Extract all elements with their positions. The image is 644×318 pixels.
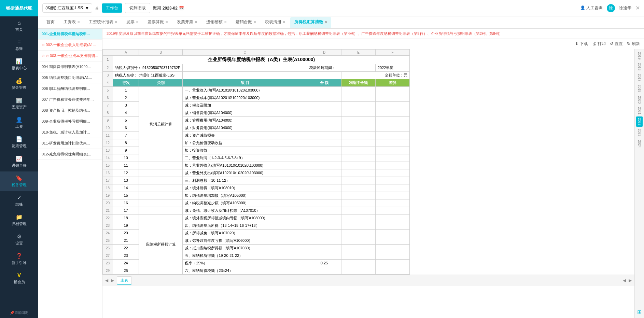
left-panel-item-007[interactable]: 007-广告费和业务宣传费跨年... [38, 94, 102, 105]
category-profit: 利润总额计算 [139, 86, 183, 162]
pin-icon: 📌 [10, 311, 14, 315]
member-icon: V [17, 272, 21, 278]
warning-text: 2019年度涉及取以前年度延续数据的申报表单元格需要手工维护正确，才能保证本年及… [107, 31, 503, 36]
tab-salary-close[interactable]: ✕ [77, 20, 80, 24]
left-panel-item-009[interactable]: 009-企业所得税补亏损明细... [38, 116, 102, 127]
tab-salary-report-close[interactable]: ✕ [115, 20, 117, 24]
year-2019[interactable]: 2019 [636, 51, 643, 61]
left-panel-item-004[interactable]: 004-期间费用明细表(A1040... [38, 61, 102, 72]
user-service[interactable]: 👤 人工咨询 [580, 5, 603, 11]
sheet-tab-main[interactable]: 主表 [117, 276, 132, 285]
tab-invoice-open[interactable]: 发票开票 ✕ [173, 17, 201, 28]
category-taxable: 应纳税所得额计算 [139, 214, 183, 274]
table-row: 17 13 三、利润总额（10-11-12） [103, 177, 410, 184]
refresh-button[interactable]: ↻ 刷新 [627, 41, 640, 47]
switch-old-button[interactable]: 切到旧版 [125, 3, 150, 13]
sidebar-item-archive[interactable]: 📁 归档管理 [0, 210, 38, 230]
left-panel-item-011[interactable]: 011-研发费用加计扣除优惠... [38, 138, 102, 149]
invoice-icon: 📄 [16, 136, 23, 142]
year-2024[interactable]: 2024 [636, 139, 643, 149]
sidebar-item-setting[interactable]: ⚙ 设置 [0, 230, 38, 249]
sidebar-item-invoice[interactable]: 📄 发票管理 [0, 133, 38, 152]
year-2022[interactable]: 2022 [636, 116, 643, 127]
sidebar: 畅捷通易代账 ⌂ 首页 ≡ 总账 📊 报表中心 💰 资金管理 🏢 固定资产 👤 … [0, 0, 38, 318]
sheet-nav-right[interactable]: ▶ [111, 278, 114, 283]
left-panel-item-005[interactable]: 005-纳税调整项目明细表(A1... [38, 72, 102, 83]
col-b-header: B [139, 49, 183, 55]
calendar-icon[interactable]: 📅 [179, 6, 184, 11]
reset-button[interactable]: ↺ 置置 [610, 41, 623, 47]
left-panel-item-006[interactable]: 006-职工薪酬纳税调整明细... [38, 83, 102, 94]
left-panel-item-008[interactable]: 008-资产折旧、摊销及纳税... [38, 105, 102, 116]
sidebar-item-sales[interactable]: 📈 进销台账 [0, 152, 38, 171]
sidebar-item-tax[interactable]: 🔖 税务管理 [0, 171, 38, 191]
col-quane-header: 全 额 [307, 79, 341, 86]
left-panel-item-012[interactable]: 012-减免所得税优惠明细表(... [38, 149, 102, 160]
col-f-header: F [376, 49, 410, 55]
sidebar-pin-toggle[interactable]: 📌 取消固定 [0, 308, 38, 318]
tab-tax-list[interactable]: 税表清册 ✕ [261, 17, 290, 28]
ledger-icon: ≡ [17, 39, 20, 45]
sidebar-item-member[interactable]: V 畅会员 [0, 269, 38, 288]
workbench-button[interactable]: 工作台 [102, 3, 122, 13]
tab-tax-list-close[interactable]: ✕ [283, 20, 285, 24]
sidebar-item-fund[interactable]: 💰 资金管理 [0, 74, 38, 94]
tab-invoice-calc[interactable]: 发票算账 ✕ [143, 17, 172, 28]
tab-salary-report[interactable]: 工资统计报表 ✕ [85, 17, 122, 28]
tab-sales-audit-close[interactable]: ✕ [224, 20, 227, 24]
scroll-right-icon[interactable]: ▶ [629, 278, 632, 283]
sidebar-item-label: 新手引导 [12, 260, 27, 265]
print-icon[interactable]: 🖨 [95, 6, 99, 11]
table-row: 3 纳税人名称： (勾删）江西服宝-LSS 全额单位：元 [103, 71, 410, 79]
tab-invoice-open-close[interactable]: ✕ [195, 20, 197, 24]
company-selector[interactable]: (勾删) 江西服宝-LSS ▼ [42, 3, 92, 13]
sidebar-item-guide[interactable]: ❓ 新手引导 [0, 249, 38, 269]
tab-home[interactable]: 首页 [42, 17, 59, 28]
year-2020[interactable]: 2020 [636, 95, 643, 105]
sidebar-item-settle[interactable]: ✓ 结账 [0, 191, 38, 210]
sidebar-item-salary[interactable]: 👤 工资 [0, 113, 38, 133]
year-2018[interactable]: 2018 [636, 83, 643, 94]
tab-invoice-close[interactable]: ✕ [136, 20, 139, 24]
tab-salary[interactable]: 工资表 ✕ [59, 17, 84, 28]
sidebar-item-label: 畅会员 [14, 279, 25, 285]
left-panel-item-003[interactable]: ⊙ 003-一般企业成本支出明细... [38, 51, 102, 61]
scroll-left-icon[interactable]: ◀ [623, 278, 626, 283]
sidebar-item-label: 结账 [15, 202, 23, 207]
sheet-nav-left[interactable]: ◀ [105, 278, 108, 283]
tab-tax-calc[interactable]: 所得税汇算清缴 ✕ [290, 17, 331, 28]
topbar-right: 👤 人工咨询 徐 徐逢华 ✕ [580, 4, 640, 12]
table-row: 1 企业所得税年度纳税申报表（A类）主表(A100000) [103, 55, 410, 64]
sidebar-item-report[interactable]: 📊 报表中心 [0, 55, 38, 74]
sales-icon: 📈 [16, 155, 23, 162]
table-container[interactable]: A B C D E F 1 企业所 [102, 49, 634, 318]
tab-invoice[interactable]: 发票 ✕ [122, 17, 143, 28]
sidebar-item-home[interactable]: ⌂ 首页 [0, 16, 38, 36]
left-panel-item-001[interactable]: 001-企业所得税年度纳税申... [38, 29, 102, 40]
year-2023[interactable]: 2023 [636, 127, 643, 138]
guide-icon: ❓ [16, 253, 23, 259]
left-panel-item-010[interactable]: 010-免税、减计收入及加计... [38, 127, 102, 138]
tab-sales-ledger-close[interactable]: ✕ [253, 20, 256, 24]
close-icon[interactable]: ✕ [635, 5, 640, 11]
table-row: 19 15 加：纳税调整增加额（填写A105000） [103, 192, 410, 199]
table-row: 5 1 利润总额计算 一、营业收入(填写A101010\101020\10300… [103, 86, 410, 94]
tab-invoice-calc-close[interactable]: ✕ [165, 20, 168, 24]
year-2021[interactable]: 2021 [636, 106, 643, 116]
left-panel-item-002[interactable]: 002-一般企业收入明细表(A1... [38, 40, 102, 51]
sheet-table: A B C D E F 1 企业所 [102, 49, 410, 275]
tab-sales-ledger[interactable]: 进销台账 ✕ [232, 17, 260, 28]
year-2017[interactable]: 2017 [636, 72, 643, 83]
sidebar-item-label: 进销台账 [12, 163, 27, 168]
setting-icon: ⚙ [17, 233, 22, 240]
print-button[interactable]: 🖨 打印 [592, 41, 606, 47]
tab-sales-audit[interactable]: 进销稽核 ✕ [202, 17, 231, 28]
sidebar-item-asset[interactable]: 🏢 固定资产 [0, 94, 38, 113]
col-e-header: E [341, 49, 376, 55]
tab-tax-calc-close[interactable]: ✕ [324, 20, 327, 24]
sidebar-item-ledger[interactable]: ≡ 总账 [0, 36, 38, 55]
content-toolbar: ⬇ 下载 🖨 打印 ↺ 置置 ↻ 刷新 [102, 39, 644, 49]
expand-icon[interactable]: ⊞ [636, 307, 643, 317]
year-2016[interactable]: 2016 [636, 61, 643, 72]
download-button[interactable]: ⬇ 下载 [575, 41, 588, 47]
